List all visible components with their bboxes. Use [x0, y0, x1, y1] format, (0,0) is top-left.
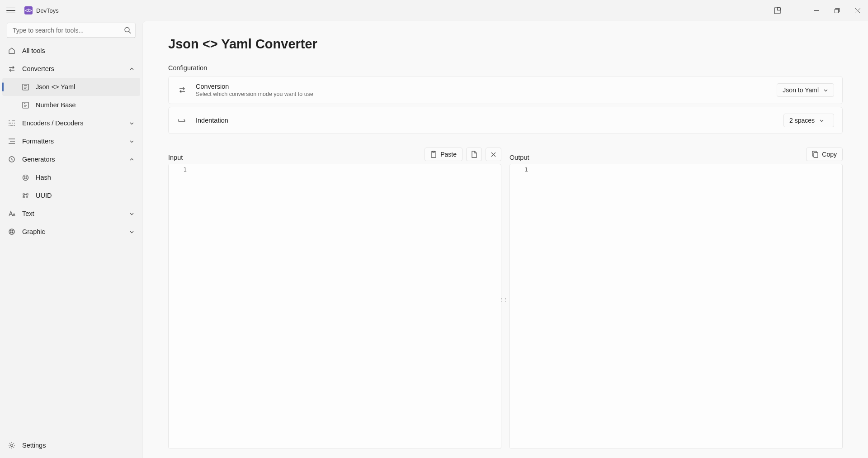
chevron-down-icon [128, 138, 135, 144]
svg-point-43 [11, 444, 13, 447]
paste-button[interactable]: Paste [425, 148, 462, 161]
output-editor[interactable]: 1 [509, 164, 843, 449]
file-icon [471, 151, 477, 158]
clipboard-icon [430, 151, 437, 158]
minimize-button[interactable] [806, 3, 826, 18]
svg-point-40 [12, 230, 13, 231]
search-icon [124, 27, 131, 34]
config-row-conversion: Conversion Select which conversion mode … [168, 76, 843, 104]
dropdown-value: Json to Yaml [783, 86, 819, 94]
sidebar-item-converters[interactable]: Converters [2, 60, 140, 78]
svg-rect-4 [835, 9, 838, 13]
conversion-icon [177, 86, 188, 94]
app-title: DevToys [36, 7, 59, 14]
hamburger-menu-button[interactable] [6, 6, 15, 15]
maximize-button[interactable] [826, 3, 847, 18]
sidebar-item-label: UUID [36, 192, 135, 199]
button-label: Paste [440, 151, 457, 158]
close-button[interactable] [847, 3, 868, 18]
config-row-indentation: Indentation 2 spaces [168, 107, 843, 134]
button-label: Copy [822, 151, 837, 158]
sidebar-item-settings[interactable]: Settings [2, 436, 140, 454]
sidebar-item-label: Text [22, 210, 128, 217]
sidebar-item-text[interactable]: Text [2, 205, 140, 223]
sidebar-item-number-base[interactable]: Number Base [2, 96, 140, 114]
formatters-icon [8, 137, 16, 145]
sidebar-item-label: Number Base [36, 101, 135, 109]
chevron-down-icon [823, 88, 828, 93]
sidebar-item-uuid[interactable]: UUID [2, 186, 140, 205]
splitter-handle[interactable]: ⋮⋮ [500, 297, 507, 302]
svg-rect-48 [814, 153, 818, 157]
gutter-line-number: 1 [510, 164, 532, 448]
chevron-down-icon [128, 120, 135, 126]
indentation-dropdown[interactable]: 2 spaces [783, 114, 834, 127]
sidebar-item-label: Hash [36, 174, 135, 181]
output-panel: Output Copy 1 [509, 146, 843, 449]
clear-button[interactable] [486, 148, 501, 161]
sidebar-item-label: Generators [22, 156, 128, 163]
sidebar-item-label: Json <> Yaml [36, 83, 135, 91]
sidebar-item-hash[interactable]: Hash [2, 168, 140, 186]
sidebar-item-label: Encoders / Decoders [22, 119, 128, 127]
copy-icon [812, 151, 818, 158]
svg-rect-33 [23, 196, 24, 198]
input-label: Input [168, 154, 183, 161]
chevron-down-icon [819, 118, 824, 123]
sidebar-item-label: Graphic [22, 228, 128, 235]
number-base-icon [21, 101, 29, 109]
sidebar-item-label: All tools [22, 47, 135, 54]
open-file-button[interactable] [466, 148, 482, 161]
chevron-up-icon [128, 66, 135, 72]
sidebar-item-label: Settings [22, 442, 135, 449]
conversion-mode-dropdown[interactable]: Json to Yaml [777, 83, 834, 97]
search-input[interactable] [7, 23, 136, 38]
sidebar-item-json-yaml[interactable]: Json <> Yaml [2, 78, 140, 96]
encoders-icon [8, 119, 16, 127]
copy-button[interactable]: Copy [806, 148, 843, 161]
input-panel: Input Paste [168, 146, 501, 449]
hash-icon [21, 173, 29, 181]
config-title: Conversion [196, 83, 777, 90]
config-description: Select which conversion mode you want to… [196, 91, 777, 97]
text-icon [8, 210, 16, 218]
page-title: Json <> Yaml Converter [168, 37, 843, 52]
svg-point-30 [23, 175, 28, 180]
input-editor[interactable]: 1 [168, 164, 501, 449]
home-icon [8, 47, 16, 55]
compact-overlay-button[interactable] [767, 3, 788, 18]
svg-point-39 [10, 230, 11, 231]
svg-rect-31 [23, 194, 24, 195]
sidebar-item-graphic[interactable]: Graphic [2, 223, 140, 241]
sidebar-item-formatters[interactable]: Formatters [2, 132, 140, 150]
output-label: Output [509, 154, 529, 161]
converters-icon [8, 65, 16, 73]
chevron-down-icon [128, 210, 135, 217]
close-icon [491, 152, 496, 157]
dropdown-value: 2 spaces [789, 117, 815, 124]
sidebar-item-encoders[interactable]: Encoders / Decoders [2, 114, 140, 132]
input-code-area[interactable] [190, 164, 501, 448]
config-title: Indentation [196, 117, 783, 124]
sidebar-item-all-tools[interactable]: All tools [2, 42, 140, 60]
generators-icon [8, 155, 16, 163]
sidebar-item-generators[interactable]: Generators [2, 150, 140, 168]
graphic-icon [8, 228, 16, 236]
app-icon: </> [24, 6, 33, 14]
svg-point-38 [9, 229, 14, 234]
chevron-down-icon [128, 229, 135, 235]
uuid-icon [21, 191, 29, 200]
sidebar-item-label: Formatters [22, 138, 128, 145]
gear-icon [8, 441, 16, 449]
sidebar: All tools Converters Json <> Yaml [0, 21, 142, 458]
svg-point-42 [12, 232, 13, 233]
svg-point-41 [10, 232, 11, 233]
svg-line-8 [129, 32, 131, 33]
svg-rect-32 [27, 194, 28, 195]
indentation-icon [177, 118, 188, 123]
gutter-line-number: 1 [169, 164, 190, 448]
svg-point-7 [125, 28, 129, 32]
json-yaml-icon [21, 83, 29, 91]
configuration-label: Configuration [168, 64, 843, 72]
sidebar-item-label: Converters [22, 65, 128, 72]
